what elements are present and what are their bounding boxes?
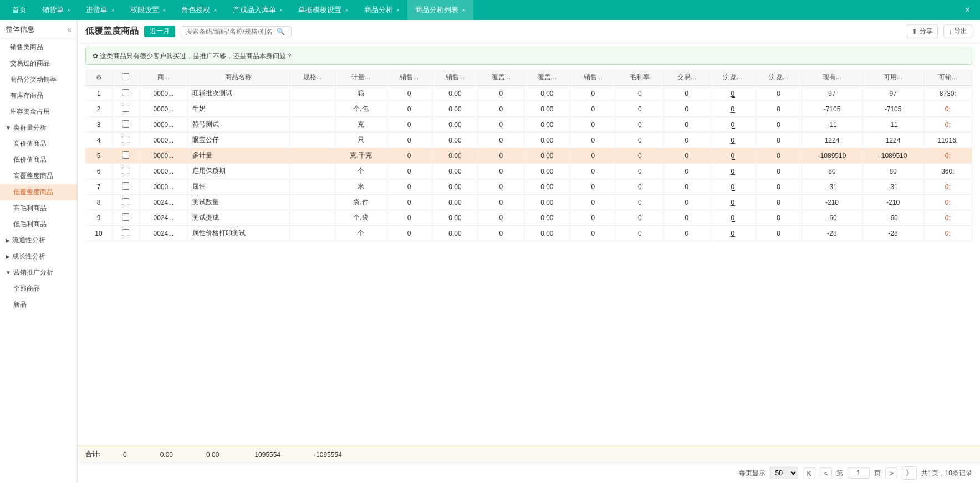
row-stock1: -31 bbox=[802, 179, 862, 195]
sidebar-group-category-analysis[interactable]: ▼ 类群量分析 bbox=[0, 120, 77, 136]
row-checkbox[interactable] bbox=[113, 101, 140, 117]
row-unit: 只 bbox=[335, 133, 386, 148]
row-browse1[interactable]: 0̲ bbox=[710, 133, 756, 148]
sidebar-item-high-coverage[interactable]: 高覆盖度商品 bbox=[0, 168, 77, 184]
row-gross: 0 bbox=[616, 101, 663, 117]
row-trade: 0 bbox=[663, 117, 710, 133]
row-checkbox[interactable] bbox=[113, 148, 140, 164]
search-input[interactable] bbox=[186, 28, 274, 35]
col-checkbox[interactable] bbox=[113, 69, 140, 86]
row-checkbox[interactable] bbox=[113, 133, 140, 148]
row-browse1[interactable]: 0̲ bbox=[710, 210, 756, 226]
col-settings[interactable]: ⚙ bbox=[85, 69, 113, 86]
row-sales1: 0 bbox=[386, 226, 432, 241]
sidebar-item-high-margin[interactable]: 高毛利商品 bbox=[0, 200, 77, 216]
row-resell: 0: bbox=[923, 210, 972, 226]
row-unit: 米 bbox=[335, 179, 386, 195]
first-page-button[interactable]: K bbox=[803, 467, 815, 479]
page-number-input[interactable] bbox=[848, 467, 870, 479]
row-browse1[interactable]: 0̲ bbox=[710, 117, 756, 133]
row-gross: 0 bbox=[616, 148, 663, 164]
settings-icon[interactable]: ⚙ bbox=[96, 74, 102, 82]
row-stock2: -28 bbox=[862, 226, 923, 241]
nav-close-icon[interactable]: × bbox=[279, 7, 283, 13]
prev-page-button[interactable]: < bbox=[820, 467, 832, 479]
nav-close-icon[interactable]: × bbox=[396, 7, 400, 13]
row-code: 0000... bbox=[139, 179, 187, 195]
nav-close-icon[interactable]: × bbox=[345, 7, 348, 13]
nav-close-icon[interactable]: × bbox=[111, 7, 114, 13]
row-unit: 克 bbox=[335, 117, 386, 133]
select-all-checkbox[interactable] bbox=[122, 73, 129, 80]
col-sales2: 销售... bbox=[432, 69, 478, 86]
period-button[interactable]: 近一月 bbox=[144, 26, 175, 37]
sidebar-group-marketing-analysis[interactable]: ▼ 营销推广分析 bbox=[0, 265, 77, 281]
row-checkbox[interactable] bbox=[113, 179, 140, 195]
row-browse1[interactable]: 0̲ bbox=[710, 148, 756, 164]
nav-close-icon[interactable]: × bbox=[162, 7, 166, 13]
sidebar-item-sales-products[interactable]: 销售类商品 bbox=[0, 39, 77, 55]
nav-permission-setting[interactable]: 权限设置 × bbox=[122, 0, 173, 20]
footer-cover2: 0.00 bbox=[206, 451, 219, 459]
row-spec bbox=[289, 133, 335, 148]
search-icon[interactable]: 🔍 bbox=[277, 28, 285, 35]
row-num: 7 bbox=[85, 179, 113, 195]
data-table-container[interactable]: ⚙ 商... 商品名称 规格... 计量... 销售... 销售... 覆盖..… bbox=[78, 69, 980, 446]
sidebar-item-traded-products[interactable]: 交易过的商品 bbox=[0, 55, 77, 72]
nav-close-icon[interactable]: × bbox=[213, 7, 217, 13]
sidebar-group-flow-analysis[interactable]: ▶ 流通性分析 bbox=[0, 232, 77, 248]
row-browse1[interactable]: 0̲ bbox=[710, 195, 756, 210]
next-page-button[interactable]: > bbox=[885, 467, 897, 479]
row-checkbox[interactable] bbox=[113, 195, 140, 210]
nav-role-auth[interactable]: 角色授权 × bbox=[173, 0, 224, 20]
sidebar-item-in-stock[interactable]: 有库存商品 bbox=[0, 88, 77, 104]
nav-sales-order[interactable]: 销货单 × bbox=[34, 0, 78, 20]
row-sales2: 0.00 bbox=[432, 179, 478, 195]
row-num: 6 bbox=[85, 164, 113, 179]
nav-close-icon[interactable]: × bbox=[67, 7, 70, 13]
sidebar-item-new-products[interactable]: 新品 bbox=[0, 297, 77, 313]
nav-close-icon[interactable]: × bbox=[462, 7, 465, 13]
window-close-button[interactable]: × bbox=[959, 5, 976, 15]
page-size-select[interactable]: 50 100 200 bbox=[770, 467, 798, 479]
row-checkbox[interactable] bbox=[113, 226, 140, 241]
row-sales3: 0 bbox=[570, 164, 616, 179]
nav-home[interactable]: 首页 bbox=[4, 0, 34, 20]
row-browse2: 0 bbox=[756, 86, 802, 101]
nav-template-setting[interactable]: 单据模板设置 × bbox=[290, 0, 356, 20]
sidebar-item-stock-fund[interactable]: 库存资金占用 bbox=[0, 104, 77, 120]
export-button[interactable]: ↓ 导出 bbox=[943, 24, 972, 38]
nav-purchase-order[interactable]: 进货单 × bbox=[78, 0, 122, 20]
row-browse1[interactable]: 0̲ bbox=[710, 179, 756, 195]
row-browse1[interactable]: 0̲ bbox=[710, 86, 756, 101]
sidebar-item-category-rate[interactable]: 商品分类动销率 bbox=[0, 72, 77, 88]
sidebar-item-high-value[interactable]: 高价值商品 bbox=[0, 136, 77, 152]
row-checkbox[interactable] bbox=[113, 164, 140, 179]
share-button[interactable]: ⬆ 分享 bbox=[907, 24, 938, 38]
row-sales2: 0.00 bbox=[432, 86, 478, 101]
nav-product-analysis-list[interactable]: 商品分析列表 × bbox=[407, 0, 473, 20]
export-icon: ↓ bbox=[948, 28, 952, 35]
footer-totals: 合计: 0 0.00 0.00 -1095554 -1095554 bbox=[78, 446, 980, 462]
row-browse2: 0 bbox=[756, 195, 802, 210]
row-name: 多计量 bbox=[188, 148, 290, 164]
sidebar-item-all-products[interactable]: 全部商品 bbox=[0, 281, 77, 297]
row-checkbox[interactable] bbox=[113, 86, 140, 101]
row-browse1[interactable]: 0̲ bbox=[710, 226, 756, 241]
row-checkbox[interactable] bbox=[113, 210, 140, 226]
sidebar-item-low-value[interactable]: 低价值商品 bbox=[0, 152, 77, 168]
nav-product-analysis[interactable]: 商品分析 × bbox=[356, 0, 407, 20]
footer-stock2: -1095554 bbox=[314, 451, 342, 459]
row-sales3: 0 bbox=[570, 86, 616, 101]
col-unit: 计量... bbox=[335, 69, 386, 86]
sidebar-group-growth-analysis[interactable]: ▶ 成长性分析 bbox=[0, 248, 77, 265]
row-checkbox[interactable] bbox=[113, 117, 140, 133]
row-browse1[interactable]: 0̲ bbox=[710, 164, 756, 179]
sidebar-collapse-button[interactable]: « bbox=[67, 25, 72, 34]
sidebar-item-low-margin[interactable]: 低毛利商品 bbox=[0, 216, 77, 232]
row-browse1[interactable]: 0̲ bbox=[710, 101, 756, 117]
sidebar-item-low-coverage[interactable]: 低覆盖度商品 bbox=[0, 184, 77, 200]
row-sales3: 0 bbox=[570, 195, 616, 210]
nav-product-inbound[interactable]: 产成品入库单 × bbox=[225, 0, 290, 20]
last-page-button[interactable]: 》 bbox=[902, 466, 917, 480]
